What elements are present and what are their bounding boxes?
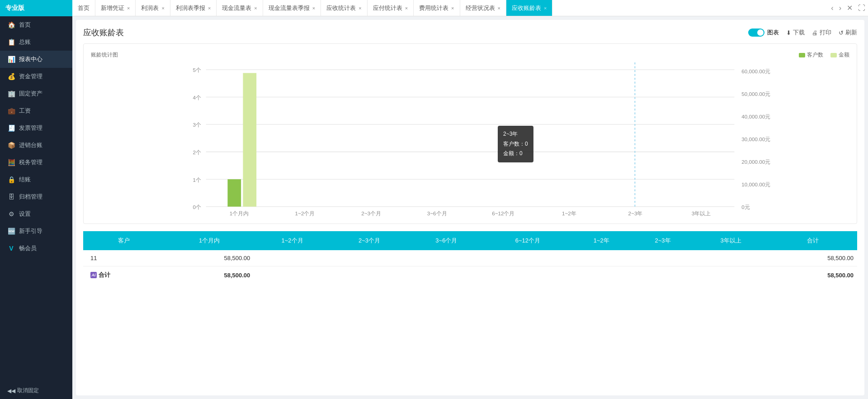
tab-close-icon[interactable]: × (161, 5, 164, 11)
chart-toggle[interactable] (748, 28, 764, 37)
cell-customer: 11 (83, 250, 165, 266)
footer-m612 (485, 266, 571, 284)
sidebar-item-member[interactable]: V 畅会员 (0, 240, 72, 257)
sidebar-item-funds[interactable]: 💰 资金管理 (0, 68, 72, 85)
col-customer: 客户 (83, 231, 165, 250)
tab-label: 费用统计表 (419, 4, 448, 12)
tab-prev-button[interactable]: ‹ (828, 0, 836, 16)
sidebar-item-salary[interactable]: 💼 工资 (0, 102, 72, 119)
tab-ar-aging[interactable]: 应收账龄表 × (506, 0, 552, 16)
svg-text:20,000.00元: 20,000.00元 (741, 159, 770, 165)
svg-text:1~2年: 1~2年 (562, 210, 576, 216)
sidebar-item-inventory[interactable]: 📦 进销台账 (0, 137, 72, 154)
tab-cashflow[interactable]: 现金流量表 × (217, 0, 263, 16)
sidebar-item-closing[interactable]: 🔒 结账 (0, 171, 72, 188)
footer-m36 (408, 266, 485, 284)
tab-home[interactable]: 首页 (72, 0, 95, 16)
sidebar-item-invoice[interactable]: 🧾 发票管理 (0, 119, 72, 137)
tab-label: 应付统计表 (373, 4, 402, 12)
tab-close-icon[interactable]: × (359, 5, 361, 11)
print-button[interactable]: 🖨 打印 (812, 28, 831, 37)
tab-close-all-button[interactable]: ✕ (844, 0, 855, 16)
tab-close-icon[interactable]: × (127, 5, 130, 11)
tab-ar-stats[interactable]: 应收统计表 × (321, 0, 367, 16)
tab-close-icon[interactable]: × (208, 5, 211, 11)
svg-text:10,000.00元: 10,000.00元 (741, 181, 770, 187)
legend-amount-label: 金额 (839, 51, 849, 59)
cell-m36 (408, 250, 485, 266)
cell-m1: 58,500.00 (165, 250, 254, 266)
svg-text:50,000.00元: 50,000.00元 (741, 91, 770, 97)
svg-text:2~3年: 2~3年 (628, 210, 643, 216)
page-title: 应收账龄表 (83, 27, 124, 38)
sidebar-item-label: 资金管理 (19, 72, 42, 81)
settings-icon: ⚙ (7, 210, 15, 218)
tab-close-icon[interactable]: × (498, 5, 500, 11)
tab-fullscreen-button[interactable]: ⛶ (855, 0, 868, 16)
tab-nav-actions: ‹ › ✕ ⛶ (828, 0, 868, 16)
tab-close-icon[interactable]: × (451, 5, 454, 11)
col-y12: 1~2年 (571, 231, 632, 250)
salary-icon: 💼 (7, 107, 15, 114)
reports-icon: 📊 (7, 56, 15, 63)
tab-close-icon[interactable]: × (254, 5, 257, 11)
tab-expense-stats[interactable]: 费用统计表 × (414, 0, 460, 16)
sidebar-footer-pin[interactable]: ◀◀ 取消固定 (0, 382, 72, 399)
tab-label: 利润表季报 (176, 4, 205, 12)
svg-text:0元: 0元 (741, 204, 750, 210)
sidebar-item-settings[interactable]: ⚙ 设置 (0, 205, 72, 223)
home-icon: 🏠 (7, 21, 15, 28)
col-y3plus: 3年以上 (693, 231, 769, 250)
footer-y3plus (693, 266, 769, 284)
sidebar-item-archive[interactable]: 🗄 归档管理 (0, 188, 72, 205)
tab-profit-quarterly[interactable]: 利润表季报 × (170, 0, 217, 16)
tab-next-button[interactable]: › (836, 0, 844, 16)
tab-label: 利润表 (141, 4, 159, 12)
sidebar-item-home[interactable]: 🏠 首页 (0, 16, 72, 33)
app-logo: 专业版 (0, 0, 72, 16)
footer-y23 (632, 266, 693, 284)
legend-amount: 金额 (830, 51, 849, 59)
refresh-button[interactable]: ↺ 刷新 (839, 28, 857, 37)
tab-ap-stats[interactable]: 应付统计表 × (368, 0, 414, 16)
tab-close-icon[interactable]: × (544, 5, 547, 11)
main-content: 首页 新增凭证 × 利润表 × 利润表季报 × 现金流量表 × 现金流量表季报 … (72, 0, 868, 399)
sidebar-item-ledger[interactable]: 📋 总账 (0, 33, 72, 51)
sidebar-item-reports[interactable]: 📊 报表中心 (0, 51, 72, 68)
sidebar: 专业版 🏠 首页 📋 总账 📊 报表中心 💰 资金管理 🏢 固定资产 💼 工资 … (0, 0, 72, 399)
svg-text:5个: 5个 (193, 67, 202, 73)
tab-label: 现金流量表 (222, 4, 251, 12)
svg-text:6~12个月: 6~12个月 (492, 210, 514, 216)
bar-customers-0 (227, 179, 241, 207)
col-m612: 6~12个月 (485, 231, 571, 250)
tab-profit[interactable]: 利润表 × (136, 0, 170, 16)
download-button[interactable]: ⬇ 下载 (786, 28, 805, 37)
tab-close-icon[interactable]: × (405, 5, 408, 11)
sidebar-item-label: 固定资产 (19, 90, 42, 98)
chart-title: 账龄统计图 (91, 51, 849, 59)
print-icon: 🖨 (812, 29, 818, 36)
svg-text:2个: 2个 (193, 149, 202, 155)
chart-svg: 0个 1个 2个 3个 4个 5个 0元 10,000.00元 20,000.0… (91, 62, 849, 216)
cell-total: 58,500.00 (768, 250, 857, 266)
svg-text:3~6个月: 3~6个月 (427, 210, 447, 216)
sidebar-item-label: 工资 (19, 107, 31, 115)
sidebar-item-guide[interactable]: 🆕 新手引导 (0, 223, 72, 240)
tab-cashflow-quarterly[interactable]: 现金流量表季报 × (263, 0, 321, 16)
sidebar-item-tax[interactable]: 🧮 税务管理 (0, 154, 72, 171)
sidebar-item-assets[interactable]: 🏢 固定资产 (0, 85, 72, 102)
page-content: 应收账龄表 图表 ⬇ 下载 🖨 打印 ↺ 刷新 (76, 20, 864, 395)
sidebar-item-label: 新手引导 (19, 227, 42, 235)
invoice-icon: 🧾 (7, 124, 15, 132)
cell-m612 (485, 250, 571, 266)
footer-total: 58,500.00 (768, 266, 857, 284)
svg-text:30,000.00元: 30,000.00元 (741, 136, 770, 142)
tab-business-status[interactable]: 经营状况表 × (460, 0, 506, 16)
tab-label: 新增凭证 (101, 4, 124, 12)
chart-area: 账龄统计图 客户数 金额 0个 1个 2个 3个 4个 (83, 43, 857, 224)
tab-close-icon[interactable]: × (312, 5, 315, 11)
sidebar-item-label: 总账 (19, 38, 31, 46)
tab-new-voucher[interactable]: 新增凭证 × (95, 0, 136, 16)
svg-text:3个: 3个 (193, 122, 202, 128)
header-actions: 图表 ⬇ 下载 🖨 打印 ↺ 刷新 (748, 28, 857, 37)
